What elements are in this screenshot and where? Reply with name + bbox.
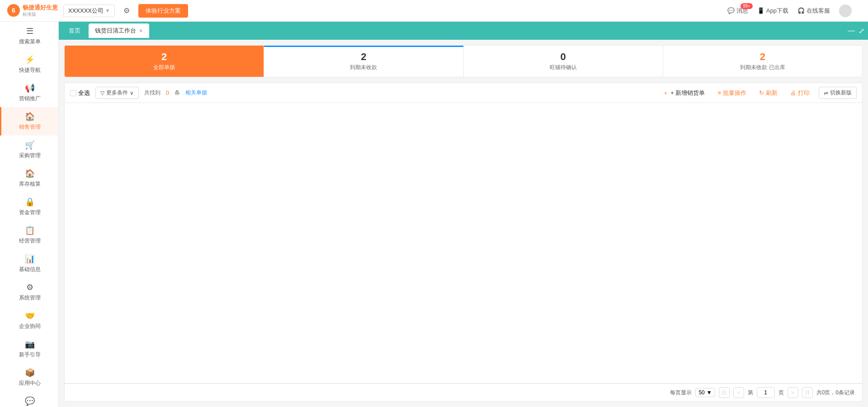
app-download-label: App下载: [766, 7, 788, 15]
logo-icon: 6: [7, 4, 20, 17]
sidebar-item-label: 新手引导: [19, 351, 41, 359]
service-icon: 🎧: [797, 7, 805, 14]
sidebar-item-label: 基础信息: [19, 266, 41, 273]
sidebar-item-label: 库存核算: [19, 180, 41, 188]
print-label: 打印: [798, 89, 810, 97]
page-end-label: 页: [778, 389, 784, 397]
summary-card-overdue-unpaid[interactable]: 2 到期未收款: [264, 46, 463, 77]
switch-icon: ⇌: [824, 90, 828, 96]
per-page-chevron-icon: ▼: [707, 389, 712, 396]
sidebar-item-quick-nav[interactable]: ⚡ 快捷导航: [0, 50, 58, 79]
toolbar: 全选 ▽ 更多条件 ∨ 共找到 0 条 相关单据 ＋ + 新增销货单: [64, 83, 863, 103]
sidebar-item-purchase[interactable]: 🛒 采购管理: [0, 136, 58, 164]
sidebar-item-label: 系统管理: [19, 294, 41, 302]
last-page-button[interactable]: ⟩⟩: [802, 387, 813, 398]
batch-btn-label: 批量操作: [723, 89, 746, 97]
sidebar-item-label: 经营管理: [19, 237, 41, 245]
add-btn-label: + 新增销货单: [670, 89, 705, 97]
tab-home[interactable]: 首页: [62, 23, 87, 38]
chevron-down-icon: ▼: [105, 8, 110, 13]
page-number-input[interactable]: [757, 387, 775, 398]
page-content: 2 全部单据 2 到期未收款 0 旺辅待确认 2 到期未收款 已出库: [59, 40, 868, 407]
sidebar-item-inventory[interactable]: 🏠 库存核算: [0, 164, 58, 192]
select-all-label: 全选: [78, 89, 90, 97]
settings-button[interactable]: ⚙: [120, 5, 133, 17]
refresh-button[interactable]: ↻ 刷新: [755, 87, 781, 99]
card-label-unshipped: 到期未收款 已出库: [740, 64, 785, 71]
header-right: 💬 消息 99+ 📱 App下载 🎧 在线客服: [727, 5, 861, 17]
sidebar-item-weixin[interactable]: 💬 企业微信: [0, 392, 58, 407]
sidebar-item-label: 营销推广: [19, 95, 41, 103]
sidebar-item-marketing[interactable]: 📢 营销推广: [0, 79, 58, 107]
app-icon: 📱: [757, 7, 764, 14]
top-header: 6 畅捷通好生意 标准版 XXXXXX公司 ▼ ⚙ 体验行业方案 💬 消息 99…: [0, 0, 868, 22]
batch-operation-button[interactable]: ≡ 批量操作: [714, 87, 750, 99]
summary-cards: 2 全部单据 2 到期未收款 0 旺辅待确认 2 到期未收款 已出库: [64, 45, 863, 77]
switch-version-button[interactable]: ⇌ 切换新版: [819, 87, 857, 99]
print-icon: 🖨: [790, 89, 796, 96]
tab-bar: 首页 钱货日清工作台 ✕ — ⤢: [59, 22, 868, 40]
message-badge: 99+: [741, 3, 753, 9]
related-records-button[interactable]: 相关单据: [185, 89, 207, 97]
trial-button[interactable]: 体验行业方案: [138, 4, 188, 18]
operations-icon: 📋: [25, 225, 35, 235]
logo-badge: 标准版: [23, 11, 58, 17]
select-all-checkbox[interactable]: 全选: [70, 89, 90, 97]
enterprise-icon: 🤝: [25, 311, 35, 321]
per-page-select[interactable]: 50 ▼: [695, 388, 715, 397]
sidebar-item-search-menu[interactable]: ☰ 搜索菜单: [0, 22, 58, 50]
quick-nav-icon: ⚡: [25, 55, 35, 65]
sidebar: ☰ 搜索菜单 ⚡ 快捷导航 📢 营销推广 🏠 销售管理 🛒 采购管理 🏠 库存核…: [0, 22, 59, 407]
header-left: 6 畅捷通好生意 标准版 XXXXXX公司 ▼ ⚙ 体验行业方案: [7, 4, 188, 18]
print-button[interactable]: 🖨 打印: [787, 87, 813, 99]
summary-card-all[interactable]: 2 全部单据: [65, 46, 264, 77]
online-service-label: 在线客服: [807, 7, 830, 15]
app-download-button[interactable]: 📱 App下载: [757, 7, 788, 15]
summary-card-unshipped[interactable]: 2 到期未收款 已出库: [663, 46, 862, 77]
sales-icon: 🏠: [25, 112, 35, 122]
sidebar-item-label: 搜索菜单: [19, 38, 41, 46]
inventory-icon: 🏠: [25, 168, 35, 178]
company-selector[interactable]: XXXXXX公司 ▼: [63, 5, 115, 17]
sidebar-item-app-center[interactable]: 📦 应用中心: [0, 363, 58, 392]
card-number-all: 2: [161, 51, 167, 63]
message-button[interactable]: 💬 消息 99+: [727, 7, 748, 15]
filter-count-text: 共找到: [144, 89, 160, 97]
next-page-button[interactable]: ＞: [788, 387, 798, 398]
table-area: [64, 103, 863, 384]
tab-home-label: 首页: [69, 27, 80, 35]
more-filter-button[interactable]: ▽ 更多条件 ∨: [95, 87, 139, 99]
add-sales-order-button[interactable]: ＋ + 新增销货单: [659, 87, 708, 99]
per-page-value: 50: [698, 389, 704, 396]
toolbar-right: ＋ + 新增销货单 ≡ 批量操作 ↻ 刷新 🖨 打印: [659, 87, 857, 99]
tab-bar-right: — ⤢: [848, 27, 864, 35]
sidebar-item-label: 资金管理: [19, 209, 41, 216]
tab-maximize-button[interactable]: ⤢: [859, 27, 864, 35]
sidebar-item-enterprise[interactable]: 🤝 企业协同: [0, 306, 58, 335]
avatar[interactable]: [839, 5, 852, 17]
online-service-button[interactable]: 🎧 在线客服: [797, 7, 830, 15]
tab-close-icon[interactable]: ✕: [139, 28, 143, 34]
card-label-overdue: 到期未收款: [350, 64, 377, 71]
sidebar-item-sales[interactable]: 🏠 销售管理: [0, 107, 58, 136]
guide-icon: 📷: [25, 339, 35, 349]
weixin-icon: 💬: [25, 396, 35, 406]
sidebar-item-guide[interactable]: 📷 新手引导: [0, 335, 58, 363]
first-page-button[interactable]: ⟨⟨: [719, 387, 730, 398]
sidebar-item-basic-info[interactable]: 📊 基础信息: [0, 249, 58, 278]
sidebar-item-operations[interactable]: 📋 经营管理: [0, 221, 58, 249]
filter-icon: ▽: [100, 90, 104, 96]
tab-cash-daily[interactable]: 钱货日清工作台 ✕: [89, 23, 149, 38]
sidebar-item-system[interactable]: ⚙ 系统管理: [0, 278, 58, 306]
tab-minimize-button[interactable]: —: [848, 27, 855, 35]
summary-card-wangpu[interactable]: 0 旺辅待确认: [464, 46, 663, 77]
system-icon: ⚙: [26, 282, 33, 292]
card-number-wangpu: 0: [561, 51, 566, 63]
tab-cash-daily-label: 钱货日清工作台: [95, 27, 136, 35]
prev-page-button[interactable]: ＜: [733, 387, 744, 398]
sidebar-item-label: 销售管理: [19, 123, 41, 131]
sidebar-item-finance[interactable]: 🔒 资金管理: [0, 192, 58, 221]
switch-label: 切换新版: [830, 89, 852, 97]
sidebar-item-label: 快捷导航: [19, 66, 41, 74]
logo-area: 6 畅捷通好生意 标准版: [7, 4, 58, 18]
